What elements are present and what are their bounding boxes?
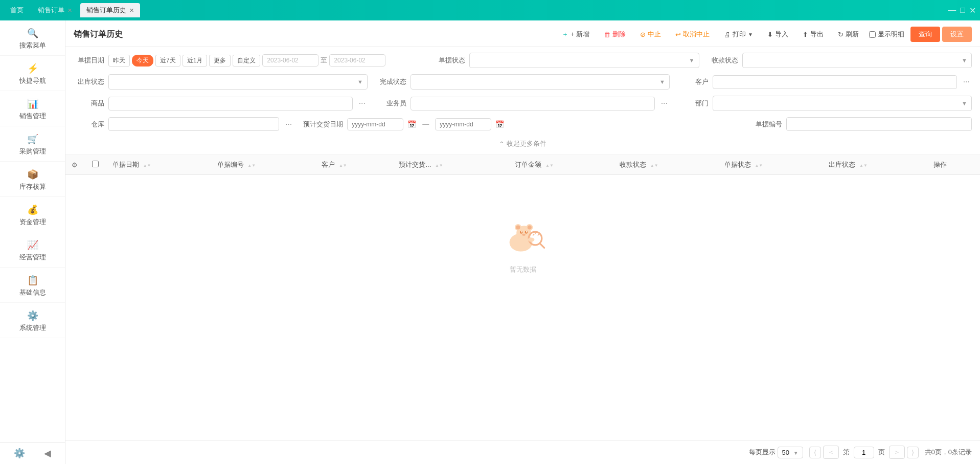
print-icon: 🖨 — [724, 31, 731, 38]
delivery-status-label: 出库状态 — [74, 77, 104, 86]
delete-button[interactable]: 🗑 删除 — [600, 28, 630, 41]
maximize-button[interactable]: □ — [960, 6, 965, 15]
page-number-input[interactable] — [854, 447, 874, 458]
refresh-label: 刷新 — [846, 30, 859, 39]
date-btn-7days[interactable]: 近7天 — [155, 55, 180, 67]
page-size-box[interactable]: 50 ▼ — [778, 447, 803, 458]
expected-date-end-input[interactable] — [435, 118, 491, 130]
stop-button[interactable]: ⊘ 中止 — [636, 28, 665, 41]
sidebar-item-search[interactable]: 🔍 搜索菜单 — [0, 20, 65, 56]
print-button[interactable]: 🖨 打印 ▼ — [720, 28, 757, 41]
product-ellipsis-button[interactable]: ··· — [357, 99, 368, 108]
quick-nav-icon: ⚡ — [27, 63, 38, 74]
sidebar-item-operations[interactable]: 📈 经营管理 — [0, 232, 65, 268]
query-button[interactable]: 查询 — [910, 27, 940, 42]
sidebar-item-inventory[interactable]: 📦 库存核算 — [0, 162, 65, 197]
prev-page-button[interactable]: ＜ — [823, 446, 839, 459]
refresh-icon: ↻ — [838, 31, 844, 38]
tab-bar: 首页 销售订单 ✕ 销售订单历史 ✕ — [4, 3, 948, 17]
cancel-stop-icon: ↩ — [675, 31, 681, 38]
warehouse-input[interactable] — [108, 117, 279, 131]
table-settings-icon[interactable]: ⚙ — [72, 161, 78, 169]
export-button[interactable]: ⬆ 导出 — [799, 28, 828, 41]
expected-date-label: 预计交货日期 — [302, 120, 343, 129]
sidebar-item-basic-info[interactable]: 📋 基础信息 — [0, 268, 65, 303]
th-amount-label: 订单金额 — [515, 161, 541, 168]
close-window-button[interactable]: ✕ — [969, 6, 976, 15]
select-all-checkbox[interactable] — [92, 161, 99, 167]
finance-icon: 💰 — [27, 204, 38, 215]
date-filter-group: 昨天 今天 近7天 近1月 更多 自定义 至 — [108, 54, 385, 67]
th-delivery-status-sort-icon[interactable]: ▲▼ — [859, 164, 868, 168]
warehouse-ellipsis-button[interactable]: ··· — [283, 120, 294, 129]
sidebar-collapse-icon[interactable]: ◀ — [44, 448, 51, 459]
cancel-stop-button[interactable]: ↩ 取消中止 — [671, 28, 714, 41]
date-btn-custom[interactable]: 自定义 — [233, 55, 260, 67]
minimize-button[interactable]: — — [948, 6, 956, 15]
th-payment-status: 收款状态 ▲▼ — [613, 155, 718, 175]
th-date-sort-icon[interactable]: ▲▼ — [143, 164, 151, 168]
sidebar-item-system[interactable]: ⚙️ 系统管理 — [0, 303, 65, 338]
customer-ellipsis-button[interactable]: ··· — [961, 77, 972, 86]
import-button[interactable]: ⬇ 导入 — [763, 28, 792, 41]
th-amount-sort-icon[interactable]: ▲▼ — [545, 164, 554, 168]
bill-status-select[interactable]: ▼ — [469, 53, 699, 68]
expected-date-calendar-start-icon[interactable]: 📅 — [407, 120, 416, 128]
sidebar-item-quick-nav[interactable]: ⚡ 快捷导航 — [0, 56, 65, 91]
complete-status-select[interactable]: ▼ — [411, 74, 670, 90]
tab-sales-order-close[interactable]: ✕ — [67, 7, 72, 14]
sidebar-item-purchase[interactable]: 🛒 采购管理 — [0, 126, 65, 162]
export-label: 导出 — [810, 30, 824, 39]
sidebar-item-sales[interactable]: 📊 销售管理 — [0, 91, 65, 126]
th-action: 操作 — [927, 155, 980, 175]
th-customer-sort-icon[interactable]: ▲▼ — [339, 164, 347, 168]
sidebar-item-finance[interactable]: 💰 资金管理 — [0, 197, 65, 232]
tab-sales-order-history[interactable]: 销售订单历史 ✕ — [80, 3, 140, 17]
bill-number-filter: 单据编号 — [751, 117, 972, 131]
th-date-label: 单据日期 — [112, 161, 139, 168]
tab-home[interactable]: 首页 — [4, 3, 30, 17]
th-settings: ⚙ — [65, 155, 86, 175]
collapse-button[interactable]: ⌃ 收起更多条件 — [499, 139, 546, 148]
department-select[interactable]: ▼ — [713, 96, 972, 111]
department-arrow-icon: ▼ — [962, 100, 967, 106]
th-expected-date-sort-icon[interactable]: ▲▼ — [435, 164, 443, 168]
date-btn-yesterday[interactable]: 昨天 — [108, 55, 130, 67]
bill-number-input[interactable] — [786, 117, 972, 131]
expected-date-calendar-end-icon[interactable]: 📅 — [495, 120, 504, 128]
date-btn-today[interactable]: 今天 — [132, 55, 153, 67]
th-bill-status-sort-icon[interactable]: ▲▼ — [755, 164, 763, 168]
product-input[interactable] — [108, 97, 353, 111]
empty-text: 暂无数据 — [510, 265, 536, 274]
sidebar-settings-icon[interactable]: ⚙️ — [14, 448, 25, 459]
salesperson-ellipsis-button[interactable]: ··· — [659, 99, 670, 108]
last-page-button[interactable]: ⟩ — [907, 447, 919, 458]
refresh-button[interactable]: ↻ 刷新 — [834, 28, 863, 41]
delete-icon: 🗑 — [604, 31, 610, 38]
operations-icon: 📈 — [27, 239, 38, 251]
settings-button[interactable]: 设置 — [942, 27, 972, 42]
date-start-input[interactable] — [262, 54, 318, 67]
collapse-label: 收起更多条件 — [507, 139, 546, 148]
tab-sales-order-history-close[interactable]: ✕ — [129, 7, 134, 14]
th-number-label: 单据编号 — [217, 161, 244, 168]
display-detail-checkbox[interactable] — [869, 31, 876, 38]
th-number-sort-icon[interactable]: ▲▼ — [247, 164, 256, 168]
delivery-status-select[interactable]: ▼ — [108, 74, 368, 90]
date-end-input[interactable] — [329, 54, 385, 67]
new-button[interactable]: ＋ + 新增 — [558, 28, 594, 41]
data-table: ⚙ 单据日期 ▲▼ 单据编号 ▲▼ — [65, 155, 980, 315]
date-btn-1month[interactable]: 近1月 — [183, 55, 208, 67]
customer-input[interactable] — [713, 75, 957, 89]
expected-date-start-input[interactable] — [347, 118, 403, 130]
salesperson-label: 业务员 — [376, 99, 406, 108]
payment-status-select[interactable]: ▼ — [742, 53, 972, 68]
bill-status-label: 单据状态 — [435, 56, 465, 65]
next-page-button[interactable]: ＞ — [889, 446, 905, 459]
th-amount: 订单金额 ▲▼ — [509, 155, 613, 175]
tab-sales-order[interactable]: 销售订单 ✕ — [32, 3, 78, 17]
salesperson-input[interactable] — [411, 97, 655, 111]
th-payment-status-sort-icon[interactable]: ▲▼ — [650, 164, 658, 168]
date-btn-more[interactable]: 更多 — [209, 55, 231, 67]
first-page-button[interactable]: ⟨ — [809, 447, 821, 458]
